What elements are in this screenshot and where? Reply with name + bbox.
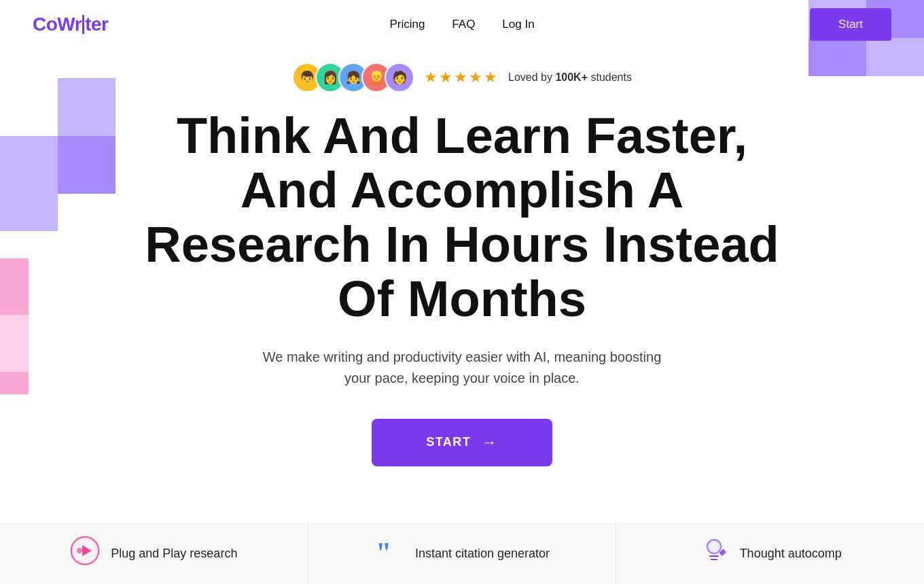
social-bold: 100K+ xyxy=(555,71,588,83)
feature-label-0: Plug and Play research xyxy=(111,547,237,561)
feature-icon-1: " xyxy=(374,536,404,571)
hero-section: 👦 👩 👧 👱 🧑 ★★★★★ Loved by 100K+ students … xyxy=(0,49,924,494)
svg-point-3 xyxy=(77,548,82,553)
logo: CoWrter xyxy=(33,14,108,35)
nav-links: Pricing FAQ Log In xyxy=(389,18,534,31)
avatar-group: 👦 👩 👧 👱 🧑 xyxy=(292,63,414,92)
cta-arrow-icon: → xyxy=(482,434,498,451)
star-rating: ★★★★★ xyxy=(424,69,499,86)
social-proof: 👦 👩 👧 👱 🧑 ★★★★★ Loved by 100K+ students xyxy=(292,63,632,92)
logo-cursor xyxy=(82,15,84,34)
navbar: CoWrter Pricing FAQ Log In Start xyxy=(0,0,924,49)
feature-item-0: Plug and Play research xyxy=(0,523,308,584)
logo-text1: CoWr xyxy=(33,14,82,35)
logo-text2: ter xyxy=(85,14,108,35)
social-suffix: students xyxy=(588,71,632,83)
cta-label: START xyxy=(426,435,471,449)
features-strip: Plug and Play research " Instant citatio… xyxy=(0,523,924,584)
feature-label-2: Thought autocomp xyxy=(740,547,842,561)
nav-link-faq[interactable]: FAQ xyxy=(452,18,475,31)
nav-link-login[interactable]: Log In xyxy=(502,18,534,31)
hero-subheadline: We make writing and productivity easier … xyxy=(258,347,666,389)
nav-start-button[interactable]: Start xyxy=(810,8,891,41)
feature-item-1: " Instant citation generator xyxy=(308,523,617,584)
stars: ★★★★★ xyxy=(424,69,499,86)
feature-item-2: Thought autocomp xyxy=(616,523,924,584)
hero-headline: Think And Learn Faster, And Accomplish A… xyxy=(122,109,802,326)
feature-icon-2 xyxy=(699,536,729,572)
avatar-5: 🧑 xyxy=(385,63,414,92)
hero-cta-button[interactable]: START → xyxy=(372,419,552,466)
social-prefix: Loved by xyxy=(508,71,555,83)
nav-link-pricing[interactable]: Pricing xyxy=(389,18,425,31)
feature-label-1: Instant citation generator xyxy=(415,547,550,561)
feature-icon-0 xyxy=(70,536,100,572)
svg-point-5 xyxy=(707,540,721,553)
social-text: Loved by 100K+ students xyxy=(508,71,632,84)
svg-text:": " xyxy=(376,537,391,566)
